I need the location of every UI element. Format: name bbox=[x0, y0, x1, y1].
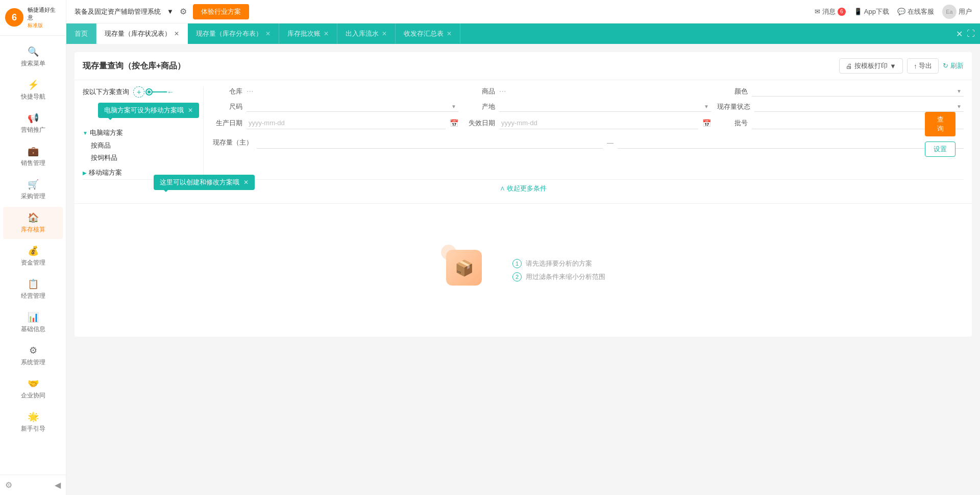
arrow-icon: ← bbox=[167, 88, 174, 96]
tab-batch-close[interactable]: ✕ bbox=[324, 30, 329, 37]
sidebar-item-purchase[interactable]: 🛒 采购管理 bbox=[3, 174, 63, 206]
main-content: 现存量查询（按仓库+商品） 🖨 按模板打印 ▼ ↑ 导出 ↻ 刷新 bbox=[66, 44, 980, 495]
filter-add-button[interactable]: + bbox=[133, 86, 144, 98]
user-menu[interactable]: Ea 用户 bbox=[942, 5, 972, 19]
stock-icon: 🏠 bbox=[28, 212, 39, 223]
tab-close-all-icon[interactable]: ✕ bbox=[956, 29, 963, 39]
export-button[interactable]: ↑ 导出 bbox=[907, 58, 939, 74]
print-template-button[interactable]: 🖨 按模板打印 ▼ bbox=[839, 58, 903, 74]
sidebar-item-stock[interactable]: 🏠 库存核算 bbox=[3, 207, 63, 239]
tab-stock-status[interactable]: 现存量（库存状况表） ✕ bbox=[96, 23, 188, 44]
scheme-panel: 按以下方案查询 + ← bbox=[83, 86, 204, 179]
message-button[interactable]: ✉ 消息 6 bbox=[815, 7, 846, 16]
refresh-button[interactable]: ↻ 刷新 bbox=[943, 61, 964, 70]
expire-date-calendar-icon[interactable]: 📅 bbox=[702, 119, 711, 127]
header-right: ✉ 消息 6 📱 App下载 💬 在线客服 Ea 用户 bbox=[815, 5, 972, 19]
tab-collection-close[interactable]: ✕ bbox=[447, 30, 452, 37]
filter-row-2: 尺码 ▼ 产地 ▼ bbox=[212, 102, 964, 112]
filter-area: 按以下方案查询 + ← bbox=[75, 80, 972, 204]
system-name: 装备及固定资产辅助管理系统 bbox=[75, 7, 161, 16]
header-gear-icon[interactable]: ⚙ bbox=[180, 7, 187, 16]
tab-expand-icon[interactable]: ⛶ bbox=[967, 29, 975, 38]
sidebar-item-guide[interactable]: 🌟 新手引导 bbox=[3, 406, 63, 438]
batch-no-label: 批号 bbox=[717, 119, 748, 128]
tab-batch[interactable]: 库存批次账 ✕ bbox=[279, 23, 337, 44]
tab-stock-status-close[interactable]: ✕ bbox=[174, 30, 179, 37]
tooltip-pc: 电脑方案可设为移动方案哦 ✕ bbox=[98, 103, 199, 118]
color-select[interactable]: ▼ bbox=[752, 86, 964, 97]
empty-steps: 1 请先选择要分析的方案 2 用过滤条件来缩小分析范围 bbox=[512, 259, 605, 281]
scheme-tree: ▼ 电脑端方案 按商品 按饲料品 ▶ bbox=[83, 126, 199, 179]
size-select[interactable]: ▼ bbox=[247, 102, 458, 112]
sidebar-item-operations[interactable]: 📋 经营管理 bbox=[3, 273, 63, 305]
expire-date-input[interactable] bbox=[499, 117, 698, 129]
system-select-dropdown[interactable]: ▼ bbox=[167, 8, 174, 15]
online-support-label: 在线客服 bbox=[908, 7, 934, 16]
reset-button[interactable]: 设置 bbox=[925, 142, 955, 157]
connector-line bbox=[152, 91, 167, 92]
prod-date-calendar-icon[interactable]: 📅 bbox=[450, 119, 458, 127]
sidebar-item-marketing[interactable]: 📢 营销推广 bbox=[3, 107, 63, 139]
sidebar-item-system[interactable]: ⚙ 系统管理 bbox=[3, 340, 63, 372]
logo-text: 畅捷通好生意 标准版 bbox=[28, 6, 61, 29]
try-industry-button[interactable]: 体验行业方案 bbox=[193, 4, 249, 19]
filter-row-1: 仓库 ··· 商品 ··· 颜色 ▼ bbox=[212, 86, 964, 97]
message-icon: ✉ bbox=[815, 8, 820, 15]
prod-date-label: 生产日期 bbox=[212, 119, 242, 128]
phone-icon: 📱 bbox=[854, 8, 862, 15]
sidebar-item-search[interactable]: 🔍 搜索菜单 bbox=[3, 41, 63, 73]
scheme-pc-item[interactable]: ▼ 电脑端方案 bbox=[83, 126, 199, 139]
empty-icon: 📦 bbox=[441, 245, 492, 296]
tab-collection[interactable]: 收发存汇总表 ✕ bbox=[396, 23, 460, 44]
app-download-label: App下载 bbox=[864, 7, 889, 16]
tab-collection-label: 收发存汇总表 bbox=[404, 29, 444, 38]
filter-label: 按以下方案查询 bbox=[83, 87, 129, 97]
filter-row-4: 现存量（主） — bbox=[212, 134, 964, 151]
tooltip-edit-close[interactable]: ✕ bbox=[243, 179, 249, 186]
tab-stock-dist-close[interactable]: ✕ bbox=[265, 30, 271, 37]
sidebar-item-sales[interactable]: 💼 销售管理 bbox=[3, 140, 63, 173]
product-more-icon: ··· bbox=[499, 87, 506, 96]
sidebar-item-label: 搜索菜单 bbox=[21, 59, 45, 68]
quick-icon: ⚡ bbox=[28, 79, 39, 90]
expire-date-label: 失效日期 bbox=[464, 119, 495, 128]
empty-state: 📦 1 请先选择要分析的方案 2 用过滤条件来缩小分析范围 bbox=[75, 204, 972, 337]
sidebar-collapse-button[interactable]: ◀ bbox=[55, 480, 61, 490]
print-icon: 🖨 bbox=[846, 62, 852, 70]
tab-inout[interactable]: 出入库流水 ✕ bbox=[337, 23, 396, 44]
sidebar-item-enterprise[interactable]: 🤝 企业协同 bbox=[3, 373, 63, 405]
online-support-button[interactable]: 💬 在线客服 bbox=[897, 7, 934, 16]
sales-icon: 💼 bbox=[28, 146, 39, 157]
tab-stock-status-label: 现存量（库存状况表） bbox=[105, 29, 171, 38]
step-2-text: 用过滤条件来缩小分析范围 bbox=[526, 272, 605, 281]
print-chevron-icon: ▼ bbox=[890, 62, 896, 70]
color-select-arrow: ▼ bbox=[957, 88, 962, 94]
stock-qty-min-input[interactable] bbox=[257, 136, 603, 149]
sidebar-item-label: 快捷导航 bbox=[21, 92, 45, 101]
prod-date-input[interactable] bbox=[247, 117, 446, 129]
stock-qty-max-input[interactable] bbox=[618, 136, 964, 149]
sidebar-settings-button[interactable]: ⚙ bbox=[5, 480, 12, 490]
scheme-sub-item-feed[interactable]: 按饲料品 bbox=[91, 152, 199, 164]
sidebar-item-label: 采购管理 bbox=[21, 192, 45, 201]
scheme-sub-item-product[interactable]: 按商品 bbox=[91, 139, 199, 152]
pc-scheme-arrow: ▼ bbox=[83, 130, 88, 136]
tooltip-pc-close[interactable]: ✕ bbox=[188, 107, 193, 114]
sidebar-item-quick[interactable]: ⚡ 快捷导航 bbox=[3, 74, 63, 106]
connector-dot bbox=[146, 89, 152, 95]
sidebar-logo: 6 畅捷通好生意 标准版 bbox=[0, 0, 66, 36]
sidebar-item-finance[interactable]: 💰 资金管理 bbox=[3, 240, 63, 272]
stock-status-select[interactable]: ▼ bbox=[754, 102, 964, 112]
message-badge: 6 bbox=[838, 8, 846, 16]
search-button[interactable]: 查询 bbox=[925, 112, 955, 136]
tab-stock-dist[interactable]: 现存量（库存分布表） ✕ bbox=[188, 23, 279, 44]
sidebar-item-basic[interactable]: 📊 基础信息 bbox=[3, 307, 63, 339]
app-download-button[interactable]: 📱 App下载 bbox=[854, 7, 889, 16]
tooltip-pc-container: 电脑方案可设为移动方案哦 ✕ bbox=[98, 103, 199, 118]
tab-inout-close[interactable]: ✕ bbox=[382, 30, 387, 37]
mobile-scheme-arrow: ▶ bbox=[83, 170, 87, 176]
origin-select[interactable]: ▼ bbox=[499, 102, 711, 112]
tab-home[interactable]: 首页 bbox=[66, 23, 96, 44]
origin-label: 产地 bbox=[464, 102, 495, 111]
empty-deco bbox=[441, 245, 456, 260]
